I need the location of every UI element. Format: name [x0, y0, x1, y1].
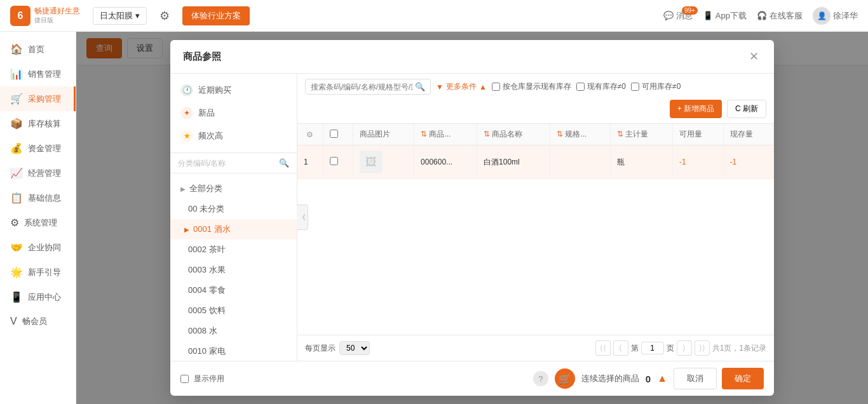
online-service-item[interactable]: 🎧 在线客服 [757, 10, 803, 22]
avatar: 👤 [813, 7, 831, 25]
sidebar-item-management[interactable]: 📈 经营管理 [0, 161, 76, 185]
table-header-row: ⚙ 商品图片 ⇅ 商品... ⇅ [297, 124, 774, 145]
first-page-btn[interactable]: ⟨⟨ [595, 340, 611, 356]
checkbox-available-stock[interactable]: 可用库存≠0 [631, 81, 681, 92]
refresh-btn[interactable]: C 刷新 [727, 100, 766, 118]
th-available: 可用量 [673, 124, 723, 145]
sidebar-label-member: 畅会员 [22, 316, 47, 327]
message-icon: 💬 [663, 11, 674, 20]
checkbox-warehouse-input[interactable] [492, 83, 500, 91]
collapse-left-panel-btn[interactable]: 《 [297, 205, 308, 230]
tab-new-label: 新品 [198, 107, 215, 119]
category-0003[interactable]: 0003 水果 [170, 260, 297, 280]
management-icon: 📈 [10, 167, 23, 179]
checkbox-available-stock-label: 可用库存≠0 [642, 81, 681, 92]
next-page-btn[interactable]: ⟩ [677, 340, 692, 356]
category-0004[interactable]: 0004 零食 [170, 280, 297, 300]
cart-collapse-icon[interactable]: ▲ [657, 373, 667, 384]
product-table: ⚙ 商品图片 ⇅ 商品... ⇅ [297, 124, 774, 179]
sidebar-item-home[interactable]: 🏠 首页 [0, 37, 76, 62]
phone-icon: 📱 [703, 11, 713, 20]
app-download-item[interactable]: 📱 App下载 [703, 10, 747, 22]
checkbox-existing-stock[interactable]: 现有库存≠0 [576, 81, 626, 92]
store-name: 日太阳膜 [100, 10, 133, 22]
sidebar-item-basic[interactable]: 📋 基础信息 [0, 185, 76, 210]
sidebar-item-inventory[interactable]: 📦 库存核算 [0, 111, 76, 136]
settings-icon[interactable]: ⚙ [154, 6, 175, 26]
prev-page-btn[interactable]: ⟨ [613, 340, 628, 356]
sidebar-item-apps[interactable]: 📱 应用中心 [0, 285, 76, 309]
member-icon: V [10, 316, 17, 327]
home-icon: 🏠 [10, 43, 23, 55]
tab-frequent[interactable]: ★ 频次高 [170, 125, 297, 147]
checkbox-warehouse[interactable]: 按仓库显示现有库存 [492, 81, 571, 92]
page-input[interactable] [641, 342, 664, 354]
cancel-btn[interactable]: 取消 [674, 368, 717, 389]
last-page-btn[interactable]: ⟩⟩ [695, 340, 710, 356]
modal-header: 商品参照 ✕ [170, 40, 774, 74]
row-unit: 瓶 [611, 145, 673, 179]
logo-icon: 6 [10, 6, 31, 26]
category-search-icon[interactable]: 🔍 [279, 158, 289, 168]
row-checkbox[interactable] [330, 157, 338, 165]
show-disabled-label: 显示停用 [194, 374, 224, 384]
cart-icon[interactable]: 🛒 [555, 368, 575, 389]
product-search-input[interactable] [311, 83, 412, 91]
table-row[interactable]: 1 🖼 000600... 白酒100ml 瓶 [297, 145, 774, 179]
product-search-icon[interactable]: 🔍 [415, 82, 425, 91]
add-product-btn[interactable]: + 新增商品 [670, 100, 722, 118]
category-search-input[interactable] [178, 159, 275, 168]
sidebar-item-system[interactable]: ⚙ 系统管理 [0, 210, 76, 235]
help-icon[interactable]: ? [533, 371, 548, 386]
select-all-checkbox[interactable] [330, 130, 338, 138]
checkbox-existing-stock-input[interactable] [576, 83, 585, 91]
category-0005[interactable]: 0005 饮料 [170, 300, 297, 321]
logo: 6 畅捷通好生意 捷目版 [10, 6, 80, 26]
sort-icon-code: ⇅ [421, 130, 427, 138]
chevron-down-icon: ▾ [135, 11, 140, 20]
cart-label: 连续选择的商品 [581, 373, 639, 384]
confirm-btn[interactable]: 确定 [722, 368, 764, 389]
th-unit[interactable]: ⇅ 主计量 [611, 124, 673, 145]
category-0001[interactable]: ▶ 0001 酒水 [170, 219, 297, 239]
th-settings[interactable]: ⚙ [297, 124, 323, 145]
th-name[interactable]: ⇅ 商品名称 [477, 124, 550, 145]
row-name: 白酒100ml [477, 145, 550, 179]
message-item[interactable]: 💬 消息 99+ [663, 10, 693, 22]
filter-collapse-icon: ▲ [479, 83, 487, 91]
category-0002[interactable]: 0002 茶叶 [170, 239, 297, 260]
basic-icon: 📋 [10, 192, 23, 204]
th-image: 商品图片 [353, 124, 414, 145]
category-0008[interactable]: 0008 水 [170, 321, 297, 341]
category-all[interactable]: ▶ 全部分类 [170, 178, 297, 199]
pagination: 每页显示 50 ⟨⟨ ⟨ 第 页 ⟩ [297, 335, 774, 361]
modal-close-btn[interactable]: ✕ [746, 49, 761, 64]
experience-btn[interactable]: 体验行业方案 [182, 6, 250, 25]
filter-btn[interactable]: ▼ 更多条件 ▲ [436, 81, 487, 92]
sidebar-item-enterprise[interactable]: 🤝 企业协同 [0, 235, 76, 260]
user-item[interactable]: 👤 徐泽华 [813, 7, 858, 25]
th-checkbox [323, 124, 353, 145]
th-spec[interactable]: ⇅ 规格... [550, 124, 610, 145]
sidebar-label-basic: 基础信息 [28, 192, 61, 204]
th-code[interactable]: ⇅ 商品... [414, 124, 477, 145]
sidebar-item-sales[interactable]: 📊 销售管理 [0, 62, 76, 86]
content-area: 查询 设置 商品参照 ✕ 🕐 近期购买 [76, 32, 868, 404]
category-0010[interactable]: 0010 家电 [170, 341, 297, 361]
page-suffix: 页 [667, 343, 674, 354]
recent-icon: 🕐 [180, 84, 193, 97]
store-dropdown[interactable]: 日太阳膜 ▾ [93, 7, 147, 25]
sidebar-item-member[interactable]: V 畅会员 [0, 309, 76, 333]
sidebar-item-finance[interactable]: 💰 资金管理 [0, 136, 76, 161]
show-disabled-checkbox[interactable] [180, 375, 189, 383]
sidebar-item-guide[interactable]: 🌟 新手引导 [0, 260, 76, 285]
row-checkbox-cell[interactable] [323, 145, 353, 179]
purchase-icon: 🛒 [10, 93, 23, 105]
sidebar-item-purchase[interactable]: 🛒 采购管理 [0, 86, 76, 111]
tab-recent[interactable]: 🕐 近期购买 [170, 79, 297, 102]
message-badge: 99+ [682, 6, 698, 15]
tab-new[interactable]: ✦ 新品 [170, 102, 297, 125]
per-page-select[interactable]: 50 [339, 341, 370, 355]
category-00[interactable]: 00 未分类 [170, 199, 297, 219]
checkbox-available-stock-input[interactable] [631, 83, 639, 91]
